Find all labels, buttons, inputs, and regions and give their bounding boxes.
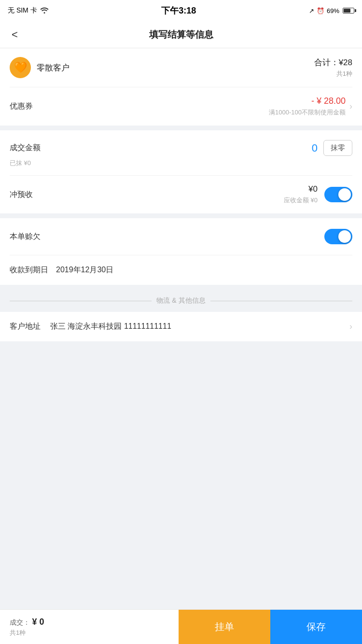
customer-card: 🧡 零散客户 合计：¥28 共1种 优惠券 - ¥ 28.00 满1000-10…: [0, 48, 362, 126]
bottom-deal-label: 成交：: [10, 618, 30, 626]
prereceive-toggle[interactable]: [324, 187, 352, 202]
customer-count: 共1种: [314, 70, 352, 78]
deal-amount-section: 成交金额 0 抹零 已抹 ¥0 冲预收 ¥0 应收金额 ¥0: [0, 130, 362, 213]
page-title: 填写结算等信息: [149, 28, 213, 41]
content-area: 🧡 零散客户 合计：¥28 共1种 优惠券 - ¥ 28.00 满1000-10…: [0, 48, 362, 385]
address-chevron: ›: [349, 322, 352, 332]
status-right: ↗ ⏰ 69%: [309, 7, 354, 14]
prereceive-right: ¥0 应收金额 ¥0: [284, 184, 352, 205]
logistics-line-right: [210, 301, 352, 301]
alarm-icon: ⏰: [317, 7, 324, 14]
deal-row: 成交金额 0 抹零: [10, 130, 352, 159]
deal-sub-text: 已抹 ¥0: [10, 159, 352, 175]
logistics-line-left: [10, 301, 152, 301]
coupon-right-text: - ¥ 28.00 满1000-100不限制使用金额: [269, 96, 346, 117]
coupon-right: - ¥ 28.00 满1000-100不限制使用金额 ›: [269, 96, 352, 117]
bottom-deal-amount: ¥ 0: [32, 617, 44, 627]
prereceive-label: 冲预收: [10, 190, 33, 200]
address-row[interactable]: 客户地址 张三 海淀永丰科技园 11111111111 ›: [0, 312, 362, 341]
debt-section: 本单赊欠 收款到期日 2019年12月30日: [0, 218, 362, 285]
debt-row: 本单赊欠: [10, 218, 352, 255]
logistics-header: 物流 & 其他信息: [0, 290, 362, 312]
status-left: 无 SIM 卡: [8, 6, 49, 15]
debt-toggle[interactable]: [324, 229, 352, 244]
save-button[interactable]: 保存: [270, 610, 362, 644]
coupon-row[interactable]: 优惠券 - ¥ 28.00 满1000-100不限制使用金额 ›: [0, 87, 362, 126]
customer-left: 🧡 零散客户: [10, 57, 70, 78]
coupon-label: 优惠券: [10, 101, 33, 112]
coupon-desc: 满1000-100不限制使用金额: [269, 108, 346, 117]
coupon-chevron: ›: [349, 101, 352, 112]
customer-row: 🧡 零散客户 合计：¥28 共1种: [0, 48, 362, 87]
deal-amount-label: 成交金额: [10, 143, 41, 153]
round-zero-button[interactable]: 抹零: [323, 140, 352, 156]
bottom-count: 共1种: [10, 629, 169, 637]
address-label: 客户地址: [10, 322, 41, 332]
no-sim-text: 无 SIM 卡: [8, 6, 37, 15]
customer-avatar: 🧡: [10, 57, 31, 78]
logistics-text: 物流 & 其他信息: [156, 296, 205, 305]
avatar-icon: 🧡: [14, 61, 27, 74]
customer-name: 零散客户: [37, 62, 70, 73]
deal-amount-right: 0 抹零: [312, 140, 352, 156]
debt-label: 本单赊欠: [10, 232, 41, 242]
back-button[interactable]: <: [8, 25, 22, 45]
due-date-row: 收款到期日 2019年12月30日: [10, 255, 352, 285]
location-icon: ↗: [309, 7, 314, 14]
prereceive-main-amount: ¥0: [284, 184, 318, 194]
prereceive-amounts: ¥0 应收金额 ¥0: [284, 184, 318, 205]
customer-right: 合计：¥28 共1种: [314, 57, 352, 78]
address-value: 张三 海淀永丰科技园 11111111111: [50, 322, 349, 332]
battery-icon: [343, 8, 354, 14]
customer-total: 合计：¥28: [314, 57, 352, 68]
bottom-left: 成交： ¥ 0 共1种: [0, 617, 179, 637]
due-date-label: 收款到期日: [10, 265, 48, 275]
battery-percent: 69%: [327, 7, 339, 14]
status-bar: 无 SIM 卡 下午3:18 ↗ ⏰ 69%: [0, 0, 362, 21]
address-section: 客户地址 张三 海淀永丰科技园 11111111111 ›: [0, 312, 362, 341]
wifi-icon: [40, 7, 49, 15]
bottom-bar: 成交： ¥ 0 共1种 挂单 保存: [0, 609, 362, 644]
hang-order-button[interactable]: 挂单: [179, 610, 270, 644]
bottom-deal-row: 成交： ¥ 0: [10, 617, 169, 627]
coupon-amount: - ¥ 28.00: [269, 96, 346, 106]
prereceive-row: 冲预收 ¥0 应收金额 ¥0: [10, 175, 352, 213]
prereceive-sub-amount: 应收金额 ¥0: [284, 196, 318, 205]
deal-amount-value: 0: [312, 142, 318, 154]
nav-bar: < 填写结算等信息: [0, 21, 362, 48]
status-time: 下午3:18: [161, 5, 196, 16]
due-date-value: 2019年12月30日: [56, 265, 113, 275]
